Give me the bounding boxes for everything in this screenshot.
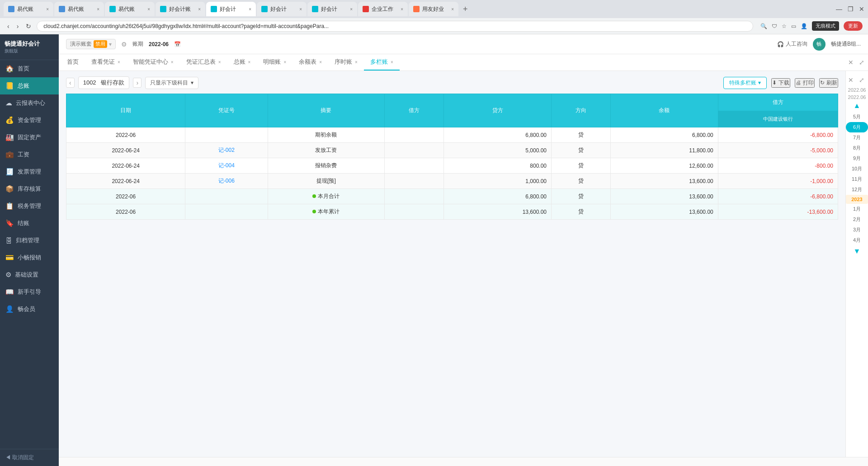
close-window-icon[interactable]: ✕ <box>859 5 864 13</box>
next-account-button[interactable]: › <box>133 78 142 88</box>
sidebar-item-archive[interactable]: 🗄 归档管理 <box>0 232 59 249</box>
tab-voucher-close[interactable]: × <box>118 60 120 65</box>
timeline-expand-icon[interactable]: ⤢ <box>857 75 866 85</box>
tab-voucher-summary[interactable]: 凭证汇总表 × <box>180 54 227 71</box>
tab-general-ledger[interactable]: 总账 × <box>227 54 257 71</box>
no-trace-button[interactable]: 无痕模式 <box>812 21 839 31</box>
timeline-scroll-up-icon[interactable]: ▲ <box>854 102 861 110</box>
sidebar-item-ledger[interactable]: 📒 总账 <box>0 77 59 94</box>
tab-vsummary-close[interactable]: × <box>218 60 221 65</box>
restore-icon[interactable]: ❐ <box>848 5 854 13</box>
timeline-scroll-down-icon[interactable]: ▼ <box>854 247 861 255</box>
settings-gear-icon[interactable]: ⚙ <box>121 41 127 48</box>
sidebar-item-guide[interactable]: 📖 新手引导 <box>0 283 59 301</box>
tab-4[interactable]: 好会计账 × <box>156 2 205 16</box>
sidebar-item-closing[interactable]: 🔖 结账 <box>0 215 59 232</box>
sidebar-item-fixed-assets[interactable]: 🏭 固定资产 <box>0 129 59 146</box>
tab-close-5[interactable]: × <box>249 7 251 12</box>
download-button[interactable]: ⬇ 下载 <box>771 78 790 88</box>
sidebar-item-tax[interactable]: 📋 税务管理 <box>0 198 59 215</box>
tab-3[interactable]: 易代账 × <box>105 2 155 16</box>
tab-2[interactable]: 易代账 × <box>54 2 104 16</box>
new-tab-button[interactable]: + <box>459 5 472 14</box>
calendar-icon[interactable]: 📅 <box>174 41 181 47</box>
tab-close-4[interactable]: × <box>198 7 201 12</box>
col-summary: 摘要 <box>268 94 385 127</box>
special-multicolumn-button[interactable]: 特殊多栏账 ▾ <box>723 77 767 89</box>
timeline-month-3[interactable]: 3月 <box>846 225 868 235</box>
expand-panel-icon[interactable]: ⤢ <box>857 57 866 68</box>
sidebar-item-settings[interactable]: ⚙ 基础设置 <box>0 266 59 283</box>
cell-voucher[interactable]: 记-004 <box>185 158 268 174</box>
print-button[interactable]: 🖨 打印 <box>795 78 815 88</box>
sidebar-item-invoice[interactable]: 🧾 发票管理 <box>0 163 59 180</box>
cell-voucher[interactable]: 记-002 <box>185 143 268 158</box>
timeline-month-2[interactable]: 2月 <box>846 214 868 225</box>
consult-button[interactable]: 🎧 人工咨询 <box>777 40 807 48</box>
update-button[interactable]: 更新 <box>844 21 863 31</box>
tab-6[interactable]: 好会计 × <box>257 2 307 16</box>
timeline-month-8[interactable]: 8月 <box>846 143 868 153</box>
tab-1[interactable]: 易代账 × <box>4 2 53 16</box>
tab-detail-ledger[interactable]: 明细账 × <box>257 54 292 71</box>
tab-close-1[interactable]: × <box>46 7 49 12</box>
sidebar-item-home[interactable]: 🏠 首页 <box>0 60 59 77</box>
tab-gl-close[interactable]: × <box>248 60 251 65</box>
timeline-month-4[interactable]: 4月 <box>846 235 868 245</box>
sidebar-item-inventory[interactable]: 📦 库存核算 <box>0 180 59 198</box>
tab-7[interactable]: 好会计 × <box>307 2 357 16</box>
tab-multi-close[interactable]: × <box>391 60 393 65</box>
forward-button[interactable]: › <box>15 21 21 32</box>
timeline-month-5[interactable]: 5月 <box>846 112 868 122</box>
minimize-icon[interactable]: — <box>836 5 842 13</box>
sidebar-item-cloud-report[interactable]: ☁ 云报表中心 <box>0 94 59 112</box>
tab-smart-close[interactable]: × <box>171 60 174 65</box>
sidebar-toggle-icon[interactable]: ▭ <box>791 23 796 29</box>
tab-home[interactable]: 首页 <box>61 54 85 71</box>
tab-8[interactable]: 企业工作 × <box>358 2 408 16</box>
tab-dl-close[interactable]: × <box>283 60 286 65</box>
cell-voucher[interactable]: 记-006 <box>185 174 268 189</box>
tab-balance[interactable]: 余额表 × <box>292 54 328 71</box>
sidebar-unpin-button[interactable]: ◀ 取消固定 <box>0 449 59 466</box>
refresh-button[interactable]: ↻ 刷新 <box>819 78 838 88</box>
timeline-month-1[interactable]: 1月 <box>846 204 868 214</box>
timeline-month-9[interactable]: 9月 <box>846 153 868 164</box>
url-input[interactable]: cloud2.chanjet.com/accounting/uh26t264j5… <box>37 21 753 32</box>
demo-chevron-icon[interactable]: ▾ <box>109 41 112 47</box>
sidebar-item-expense[interactable]: 💳 小畅报销 <box>0 249 59 266</box>
sidebar-item-funds[interactable]: 💰 资金管理 <box>0 112 59 129</box>
tab-voucher[interactable]: 查看凭证 × <box>85 54 127 71</box>
timeline-month-6[interactable]: 6月 <box>846 122 868 132</box>
account-icon[interactable]: 👤 <box>801 23 807 29</box>
tab-multicolumn[interactable]: 多栏账 × <box>364 54 400 71</box>
tab-close-2[interactable]: × <box>97 7 99 12</box>
tab-close-7[interactable]: × <box>350 7 353 12</box>
star-icon[interactable]: ☆ <box>782 23 787 29</box>
timeline-month-10[interactable]: 10月 <box>846 164 868 174</box>
tab-close-8[interactable]: × <box>401 7 403 12</box>
close-panel-icon[interactable]: ✕ <box>846 57 855 68</box>
sidebar-item-payroll[interactable]: 💼 工资 <box>0 146 59 163</box>
tab-chron-close[interactable]: × <box>355 60 358 65</box>
tab-chronological[interactable]: 序时账 × <box>328 54 364 71</box>
back-button[interactable]: ‹ <box>5 21 11 32</box>
tab-close-3[interactable]: × <box>147 7 150 12</box>
timeline-month-11[interactable]: 11月 <box>846 174 868 184</box>
search-icon[interactable]: 🔍 <box>760 23 767 29</box>
bottom-scrollbar[interactable] <box>59 457 868 466</box>
timeline-month-12[interactable]: 12月 <box>846 184 868 195</box>
tab-close-6[interactable]: × <box>299 7 302 12</box>
timeline-month-7[interactable]: 7月 <box>846 132 868 143</box>
tab-balance-close[interactable]: × <box>319 60 322 65</box>
tab-smart-voucher[interactable]: 智能凭证中心 × <box>127 54 180 71</box>
timeline-close-icon[interactable]: ✕ <box>846 75 855 85</box>
tab-5[interactable]: 好会计 × <box>206 2 256 16</box>
filter-dropdown[interactable]: 只显示下级科目 ▾ <box>145 77 198 89</box>
prev-account-button[interactable]: ‹ <box>66 78 75 88</box>
reload-button[interactable]: ↻ <box>24 21 33 32</box>
tab-close-9[interactable]: × <box>451 7 454 12</box>
sidebar-item-member[interactable]: 👤 畅会员 <box>0 301 59 318</box>
cell-direction: 贷 <box>552 143 611 158</box>
tab-9[interactable]: 用友好业 × <box>409 2 458 16</box>
